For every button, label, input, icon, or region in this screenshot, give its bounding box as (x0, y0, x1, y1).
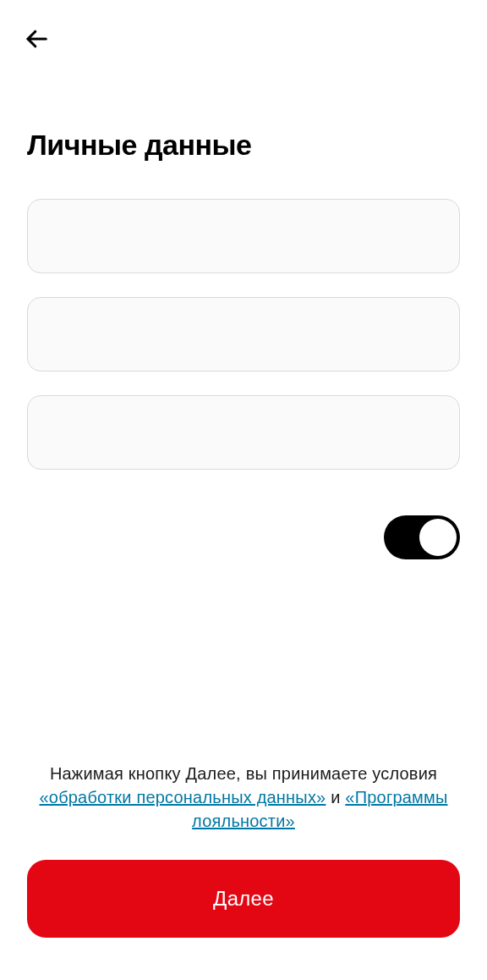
input-field-3[interactable] (27, 395, 460, 470)
input-field-1[interactable] (27, 199, 460, 273)
next-button[interactable]: Далее (27, 860, 460, 938)
toggle-switch[interactable] (384, 515, 460, 559)
personal-data-link[interactable]: «обработки персональных данных» (39, 788, 326, 807)
arrow-left-icon (24, 26, 49, 52)
toggle-knob (419, 519, 457, 556)
terms-prefix: Нажимая кнопку Далее, вы принимаете усло… (50, 764, 437, 783)
terms-connector: и (326, 788, 345, 807)
input-field-2[interactable] (27, 297, 460, 372)
page-title: Личные данные (27, 129, 460, 162)
back-button[interactable] (24, 25, 51, 52)
terms-text: Нажимая кнопку Далее, вы принимаете усло… (27, 762, 460, 833)
